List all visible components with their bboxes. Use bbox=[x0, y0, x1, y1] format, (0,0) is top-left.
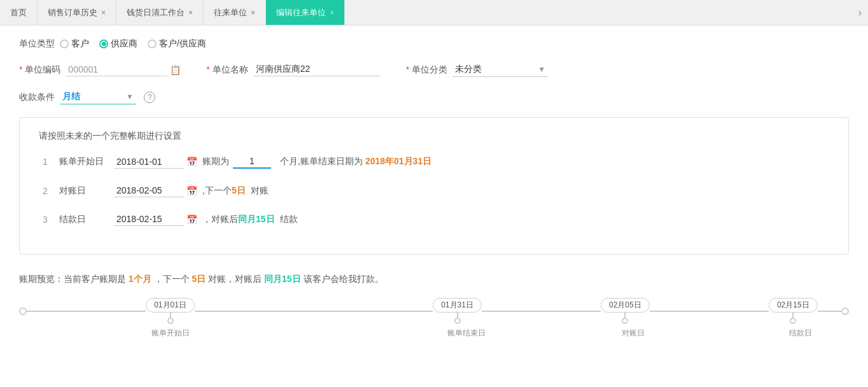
payment-highlight: 同月15日 bbox=[238, 214, 275, 225]
preview-part1: 1个月 bbox=[129, 274, 151, 284]
preview-text: 账期预览：当前客户账期是 1个月 ，下一个 5日 对账，对账后 同月15日 该客… bbox=[19, 274, 849, 285]
tl-connector-4 bbox=[792, 313, 794, 318]
reconcile-desc-suffix: 对账 bbox=[251, 185, 269, 197]
unit-category-group: 单位分类 未分类 ▼ bbox=[406, 62, 548, 77]
preview-end: 该客户会给我打款。 bbox=[304, 274, 384, 284]
timeline-end-dot bbox=[841, 307, 849, 315]
main-content: 单位类型 客户 供应商 客户/供应商 单位编码 📋 bbox=[0, 25, 868, 387]
preview-mid1: ，下一个 bbox=[154, 274, 190, 284]
tab-counterparty-close[interactable]: × bbox=[251, 8, 255, 17]
tab-edit-close[interactable]: × bbox=[330, 8, 334, 17]
tab-edit-counterparty[interactable]: 编辑往来单位 × bbox=[266, 0, 345, 25]
radio-both[interactable]: 客户/供应商 bbox=[148, 38, 206, 50]
period-prefix: 账期为 bbox=[202, 156, 229, 167]
timeline-node-3: 02月05日 bbox=[601, 298, 650, 324]
unit-code-icon[interactable]: 📋 bbox=[170, 65, 181, 75]
preview-mid2: 对账，对账后 bbox=[208, 274, 262, 284]
preview-part2: 5日 bbox=[192, 274, 206, 284]
tl-label-4: 结款日 bbox=[781, 328, 820, 339]
payment-dropdown-icon: ▼ bbox=[126, 92, 134, 101]
payment-select[interactable]: 月结 ▼ bbox=[60, 90, 136, 104]
tab-sales-history[interactable]: 销售订单历史 × bbox=[38, 0, 116, 25]
reconcile-date-input[interactable] bbox=[114, 184, 184, 197]
tl-dot-2 bbox=[454, 318, 461, 324]
tab-home[interactable]: 首页 bbox=[0, 0, 38, 25]
tab-bar: 首页 销售订单历史 × 钱货日清工作台 × 往来单位 × 编辑往来单位 × › bbox=[0, 0, 868, 25]
reconcile-highlight: 5日 bbox=[232, 185, 246, 197]
row-label-3: 结款日 bbox=[59, 214, 104, 225]
tl-dot-3 bbox=[622, 318, 628, 324]
setting-row-2: 2 对账日 📅 ,下一个 5日 对账 bbox=[39, 184, 829, 197]
timeline-badge-2: 01月31日 bbox=[433, 298, 482, 313]
reconcile-desc-prefix: ,下一个 bbox=[202, 185, 232, 197]
tl-dot-1 bbox=[167, 318, 174, 324]
start-date-input[interactable] bbox=[114, 155, 184, 169]
timeline-line-4 bbox=[650, 311, 769, 312]
unit-code-input[interactable] bbox=[66, 63, 167, 76]
tab-more-button[interactable]: › bbox=[852, 7, 868, 18]
help-icon[interactable]: ? bbox=[144, 92, 155, 103]
row-label-2: 对账日 bbox=[59, 185, 104, 197]
start-date-cal-icon[interactable]: 📅 bbox=[186, 157, 197, 167]
timeline-line-3 bbox=[482, 311, 601, 312]
tl-label-3: 对账日 bbox=[614, 328, 652, 339]
timeline-badge-3: 02月05日 bbox=[601, 298, 650, 313]
row-num-1: 1 bbox=[39, 157, 52, 167]
timeline-start-dot bbox=[19, 307, 27, 315]
tab-sales-close[interactable]: × bbox=[101, 8, 106, 17]
setting-row-3: 3 结款日 📅 ，对账后 同月15日 结款 bbox=[39, 213, 829, 226]
radio-both-label: 客户/供应商 bbox=[159, 38, 206, 50]
tab-cash-close[interactable]: × bbox=[188, 8, 193, 17]
unit-code-group: 单位编码 📋 bbox=[19, 63, 181, 76]
timeline-badge-1: 01月01日 bbox=[146, 298, 195, 313]
payment-date-input[interactable] bbox=[114, 213, 184, 226]
timeline-node-4: 02月15日 bbox=[769, 298, 818, 324]
reconcile-date-cal-icon[interactable]: 📅 bbox=[186, 186, 197, 196]
preview-section: 账期预览：当前客户账期是 1个月 ，下一个 5日 对账，对账后 同月15日 该客… bbox=[19, 267, 849, 345]
radio-supplier-circle bbox=[99, 39, 108, 48]
timeline-badge-4: 02月15日 bbox=[769, 298, 818, 313]
tab-counterparty[interactable]: 往来单位 × bbox=[204, 0, 266, 25]
timeline-line-1 bbox=[27, 311, 146, 312]
timeline-line-5 bbox=[818, 311, 841, 312]
tab-cash-label: 钱货日清工作台 bbox=[127, 7, 185, 18]
tab-cash-work[interactable]: 钱货日清工作台 × bbox=[116, 0, 204, 25]
category-dropdown-icon: ▼ bbox=[538, 65, 545, 74]
radio-group: 客户 供应商 客户/供应商 bbox=[60, 38, 206, 50]
timeline-node-1: 01月01日 bbox=[146, 298, 195, 324]
tab-edit-label: 编辑往来单位 bbox=[276, 7, 326, 18]
settings-panel: 请按照未来的一个完整帐期进行设置 1 账单开始日 📅 账期为 个月,账单结束日期… bbox=[19, 117, 849, 255]
unit-name-label: 单位名称 bbox=[206, 64, 248, 76]
unit-type-row: 单位类型 客户 供应商 客户/供应商 bbox=[19, 38, 849, 50]
radio-customer-circle bbox=[60, 39, 69, 48]
row-num-2: 2 bbox=[39, 186, 52, 196]
period-value-input[interactable] bbox=[233, 155, 271, 169]
row-label-1: 账单开始日 bbox=[59, 156, 104, 167]
unit-type-group: 单位类型 客户 供应商 客户/供应商 bbox=[19, 38, 206, 50]
radio-supplier-label: 供应商 bbox=[111, 38, 137, 50]
radio-customer[interactable]: 客户 bbox=[60, 38, 89, 50]
setting-row-1: 1 账单开始日 📅 账期为 个月,账单结束日期为 2018年01月31日 bbox=[39, 155, 829, 169]
tl-label-2: 账单结束日 bbox=[447, 328, 486, 339]
unit-category-select[interactable]: 未分类 ▼ bbox=[452, 62, 548, 77]
radio-both-circle bbox=[148, 39, 157, 48]
timeline-labels-row: 账单开始日 账单结束日 对账日 结款日 bbox=[19, 328, 849, 339]
radio-supplier[interactable]: 供应商 bbox=[99, 38, 137, 50]
unit-name-group: 单位名称 bbox=[206, 63, 380, 76]
payment-label: 收款条件 bbox=[19, 92, 55, 103]
preview-part3: 同月15日 bbox=[264, 274, 301, 284]
payment-desc-suffix: 结款 bbox=[280, 214, 298, 225]
row-num-3: 3 bbox=[39, 215, 52, 225]
tl-connector-1 bbox=[170, 313, 171, 318]
unit-category-label: 单位分类 bbox=[406, 64, 447, 76]
timeline-wrapper: 01月01日 01月31日 02月05日 bbox=[19, 298, 849, 339]
timeline-top-row: 01月01日 01月31日 02月05日 bbox=[19, 298, 849, 324]
tab-counterparty-label: 往来单位 bbox=[214, 7, 247, 18]
payment-desc-prefix: ，对账后 bbox=[202, 214, 238, 225]
tl-connector-2 bbox=[457, 313, 458, 318]
tl-connector-3 bbox=[624, 313, 626, 318]
unit-name-input[interactable] bbox=[253, 63, 381, 76]
payment-date-cal-icon[interactable]: 📅 bbox=[186, 215, 197, 225]
tab-sales-label: 销售订单历史 bbox=[48, 7, 97, 18]
unit-type-label: 单位类型 bbox=[19, 38, 55, 50]
